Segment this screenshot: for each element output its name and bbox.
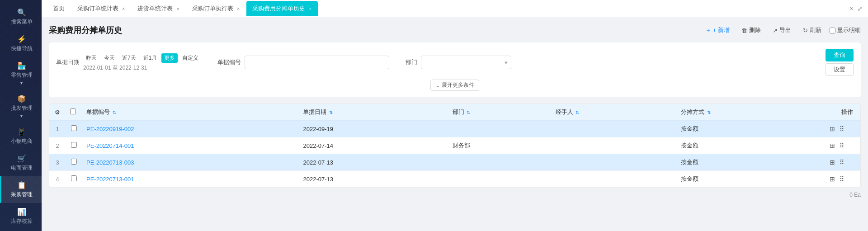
- search-menu-icon: 🔍: [17, 8, 26, 17]
- export-icon: ↗: [773, 27, 778, 34]
- row-split-method: 按金额: [676, 137, 824, 154]
- table-row: 4 PE-20220713-001 2022-07-13 按金额: [49, 171, 860, 188]
- more-icon[interactable]: ⠿: [839, 141, 845, 150]
- date-opt-7days[interactable]: 近7天: [119, 53, 139, 63]
- col-split-method[interactable]: 分摊方式 ⇅: [676, 104, 824, 121]
- miniapp-icon: 📱: [17, 127, 26, 136]
- edit-icon[interactable]: ⊞: [829, 158, 836, 167]
- tab-purchase-cost-split-close[interactable]: ×: [309, 6, 311, 11]
- row-bill-date: 2022-07-13: [298, 171, 448, 188]
- row-actions: ⊞ ⠿: [824, 121, 860, 137]
- tab-purchase-order-stat-close[interactable]: ×: [122, 6, 125, 11]
- sidebar-item-wholesale[interactable]: 📦 批发管理 ▾: [0, 90, 42, 123]
- col-bill-date[interactable]: 单据日期 ⇅: [298, 104, 448, 121]
- row-checkbox[interactable]: [71, 159, 77, 165]
- edit-icon[interactable]: ⊞: [829, 141, 836, 150]
- col-handler[interactable]: 经手人 ⇅: [551, 104, 676, 121]
- row-checkbox[interactable]: [71, 125, 77, 131]
- row-bill-no[interactable]: PE-20220919-002: [82, 121, 298, 137]
- row-num: 1: [49, 121, 66, 137]
- delete-button[interactable]: 🗑 删除: [738, 24, 764, 36]
- tab-maximize-icon[interactable]: ⤢: [857, 5, 863, 12]
- row-checkbox[interactable]: [71, 142, 77, 148]
- date-opt-yesterday[interactable]: 昨天: [83, 53, 99, 63]
- sidebar: 🔍 搜索菜单 ⚡ 快捷导航 🏪 零售管理 ▾ 📦 批发管理 ▾ 📱 小畅电商 🛒…: [0, 0, 42, 231]
- bill-no-link[interactable]: PE-20220713-001: [86, 176, 134, 183]
- date-opt-1month[interactable]: 近1月: [141, 53, 160, 63]
- date-options-container: 昨天 今天 近7天 近1月 更多 自定义 2022-01-01 至 2022-1…: [83, 53, 201, 72]
- tab-close-all-icon[interactable]: ×: [850, 5, 854, 12]
- bill-no-input[interactable]: [245, 56, 389, 69]
- bill-no-link[interactable]: PE-20220713-003: [86, 159, 134, 166]
- sidebar-item-retail[interactable]: 🏪 零售管理 ▾: [0, 57, 42, 90]
- row-split-method: 按金额: [676, 154, 824, 171]
- more-icon[interactable]: ⠿: [839, 158, 845, 167]
- sidebar-item-quick-nav[interactable]: ⚡ 快捷导航: [0, 30, 42, 57]
- tab-purchase-order-stat[interactable]: 采购订单统计表 ×: [71, 1, 131, 16]
- sidebar-item-label: 电商管理: [11, 164, 33, 172]
- tab-purchase-goods-stat-label: 进货单统计表: [137, 5, 173, 13]
- data-table: ⚙ 单据编号 ⇅ 单据日期 ⇅ 部门: [49, 104, 860, 188]
- tab-home[interactable]: 首页: [47, 1, 71, 16]
- retail-icon: 🏪: [17, 61, 26, 70]
- display-toggle[interactable]: 显示明细: [830, 26, 861, 34]
- settings-button[interactable]: 设置: [826, 63, 854, 76]
- bill-no-link[interactable]: PE-20220919-002: [86, 126, 134, 132]
- row-actions: ⊞ ⠿: [824, 154, 860, 171]
- sidebar-item-purchase[interactable]: 📋 采购管理: [0, 176, 42, 203]
- sidebar-item-ecommerce[interactable]: 🛒 电商管理: [0, 150, 42, 176]
- row-handler: [551, 171, 676, 188]
- more-icon[interactable]: ⠿: [839, 174, 845, 184]
- col-actions: 操作: [824, 104, 860, 121]
- sidebar-item-inventory[interactable]: 📊 库存核算: [0, 203, 42, 230]
- tab-purchase-order-exec-label: 采购订单执行表: [192, 5, 233, 13]
- edit-icon[interactable]: ⊞: [829, 124, 836, 133]
- display-detail-checkbox[interactable]: [830, 28, 835, 33]
- page-title: 采购费用分摊单历史: [49, 25, 122, 36]
- tab-purchase-cost-split[interactable]: 采购费用分摊单历史 ×: [246, 1, 317, 16]
- row-checkbox[interactable]: [71, 175, 77, 181]
- row-actions: ⊞ ⠿: [824, 171, 860, 188]
- row-bill-no[interactable]: PE-20220713-001: [82, 171, 298, 188]
- export-button[interactable]: ↗ 导出: [769, 24, 795, 36]
- edit-icon[interactable]: ⊞: [829, 174, 836, 184]
- col-bill-no[interactable]: 单据编号 ⇅: [82, 104, 298, 121]
- dept-select-input[interactable]: [421, 56, 511, 69]
- tab-purchase-goods-stat-close[interactable]: ×: [176, 6, 179, 11]
- row-checkbox-cell: [66, 121, 82, 137]
- bill-no-link[interactable]: PE-20220714-001: [86, 142, 134, 149]
- display-detail-label[interactable]: 显示明细: [837, 26, 861, 34]
- action-icons: ⊞ ⠿: [829, 174, 856, 184]
- col-settings[interactable]: ⚙: [49, 104, 66, 121]
- tab-purchase-order-exec-close[interactable]: ×: [237, 6, 240, 11]
- row-bill-no[interactable]: PE-20220714-001: [82, 137, 298, 154]
- page-container: 采购费用分摊单历史 ＋ + 新增 🗑 删除 ↗ 导出 ↻ 刷新: [42, 17, 868, 231]
- tab-purchase-order-stat-label: 采购订单统计表: [77, 5, 118, 13]
- expand-label: 展开更多条件: [442, 81, 474, 89]
- main-content: 首页 采购订单统计表 × 进货单统计表 × 采购订单执行表 × 采购费用分摊单历…: [42, 0, 868, 231]
- table-row: 3 PE-20220713-003 2022-07-13 按金额: [49, 154, 860, 171]
- select-all-checkbox[interactable]: [70, 108, 76, 114]
- query-button[interactable]: 查询: [826, 49, 854, 61]
- tab-purchase-goods-stat[interactable]: 进货单统计表 ×: [132, 1, 185, 16]
- row-split-method: 按金额: [676, 121, 824, 137]
- add-button[interactable]: ＋ + 新增: [702, 24, 733, 36]
- date-opt-custom[interactable]: 自定义: [179, 53, 201, 63]
- action-icons: ⊞ ⠿: [829, 158, 856, 167]
- refresh-button[interactable]: ↻ 刷新: [799, 24, 825, 36]
- tab-purchase-cost-split-label: 采购费用分摊单历史: [252, 5, 305, 13]
- delete-icon: 🗑: [741, 27, 747, 34]
- inventory-icon: 📊: [17, 207, 26, 216]
- date-opt-today[interactable]: 今天: [101, 53, 118, 63]
- table-body: 1 PE-20220919-002 2022-09-19 按金额: [49, 121, 860, 188]
- date-opt-more[interactable]: 更多: [161, 53, 178, 63]
- expand-conditions-button[interactable]: ⌄ 展开更多条件: [430, 80, 479, 91]
- tab-purchase-order-exec[interactable]: 采购订单执行表 ×: [186, 1, 245, 16]
- sidebar-item-search-menu[interactable]: 🔍 搜索菜单: [0, 4, 42, 30]
- refresh-icon: ↻: [803, 27, 808, 34]
- col-dept[interactable]: 部门 ⇅: [448, 104, 551, 121]
- row-bill-no[interactable]: PE-20220713-003: [82, 154, 298, 171]
- sidebar-item-miniapp[interactable]: 📱 小畅电商: [0, 123, 42, 150]
- tabs-bar: 首页 采购订单统计表 × 进货单统计表 × 采购订单执行表 × 采购费用分摊单历…: [42, 0, 868, 17]
- more-icon[interactable]: ⠿: [839, 124, 845, 133]
